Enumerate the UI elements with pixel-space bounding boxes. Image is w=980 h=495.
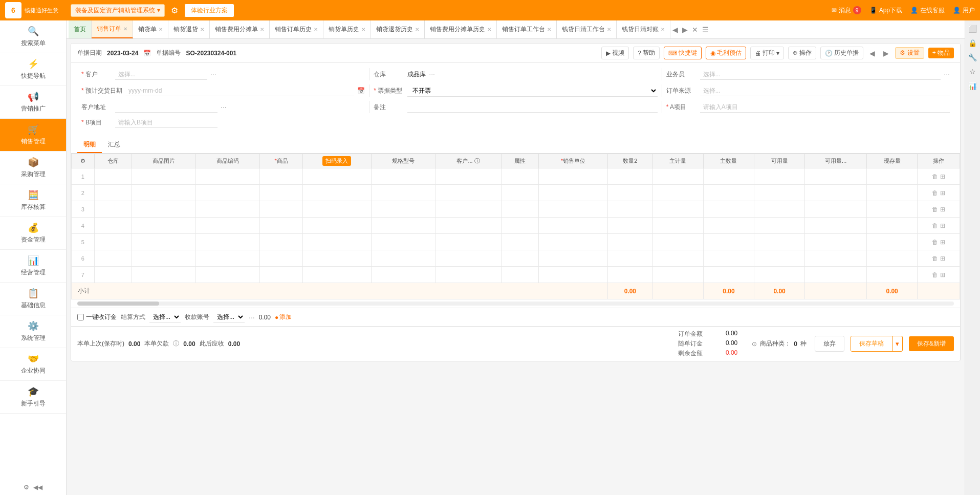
rp-icon-2[interactable]: 🔒 [967, 37, 979, 49]
table-cell[interactable] [805, 168, 867, 185]
table-cell[interactable] [867, 168, 918, 185]
scroll-hint[interactable] [77, 302, 954, 306]
tab-cash-daily-workbench[interactable]: 钱货日清工作台 ✕ [557, 20, 617, 38]
table-cell[interactable] [435, 250, 501, 267]
sidebar-item-inventory[interactable]: 🧮 库存核算 [0, 184, 66, 217]
table-cell[interactable] [754, 250, 805, 267]
tab-nav-menu[interactable]: ☰ [700, 26, 711, 34]
nav-next-btn[interactable]: ▶ [881, 49, 891, 57]
rp-icon-4[interactable]: ☆ [967, 66, 979, 78]
table-cell[interactable] [754, 267, 805, 283]
table-cell[interactable] [608, 201, 653, 218]
detail-tab-summary[interactable]: 汇总 [102, 137, 126, 153]
table-cell[interactable] [501, 250, 538, 267]
delivery-date-input[interactable] [125, 85, 354, 96]
salesperson-input[interactable] [700, 69, 941, 80]
table-cell[interactable] [260, 185, 302, 201]
table-cell[interactable] [372, 234, 435, 250]
rp-icon-5[interactable]: 📊 [967, 80, 979, 92]
online-service-btn[interactable]: 👤 在线客服 [910, 6, 945, 15]
table-cell[interactable] [754, 185, 805, 201]
calendar-icon[interactable]: 📅 [143, 50, 151, 57]
table-cell[interactable] [94, 168, 132, 185]
table-cell[interactable] [703, 168, 754, 185]
account-select[interactable]: 选择... [213, 311, 245, 323]
table-cell[interactable] [703, 234, 754, 250]
table-cell[interactable] [703, 218, 754, 234]
row-delete-icon[interactable]: 🗑 [932, 222, 938, 229]
table-cell[interactable] [435, 168, 501, 185]
tab-sales-expense-split[interactable]: 销售费用分摊单 ✕ [210, 20, 270, 38]
table-cell[interactable] [302, 201, 372, 218]
table-cell[interactable] [260, 234, 302, 250]
tab-nav-close-all[interactable]: ✕ [690, 26, 700, 34]
settings-icon-btn[interactable]: ⚙ [169, 4, 180, 17]
table-cell[interactable] [501, 218, 538, 234]
table-cell[interactable] [302, 218, 372, 234]
tab-close-sales-refund-history[interactable]: ✕ [415, 27, 419, 32]
row-delete-icon[interactable]: 🗑 [932, 271, 938, 278]
table-cell[interactable] [501, 185, 538, 201]
customer-input[interactable] [115, 69, 207, 80]
print-btn[interactable]: 🖨 打印 ▾ [750, 47, 784, 59]
table-cell[interactable] [94, 267, 132, 283]
row-copy-icon[interactable]: ⊞ [940, 189, 945, 197]
table-cell[interactable] [703, 267, 754, 283]
table-cell[interactable] [260, 267, 302, 283]
save-draft-dropdown-btn[interactable]: ▾ [892, 337, 902, 351]
account-expand-icon[interactable]: ··· [249, 313, 255, 321]
table-cell[interactable] [435, 234, 501, 250]
table-cell[interactable] [501, 267, 538, 283]
sidebar-item-system[interactable]: ⚙️ 系统管理 [0, 315, 66, 348]
add-product-btn[interactable]: + 物品 [928, 48, 954, 58]
tab-home[interactable]: 首页 [69, 20, 92, 38]
table-cell[interactable] [805, 250, 867, 267]
table-cell[interactable] [538, 168, 607, 185]
tab-sales-order-history[interactable]: 销售订单历史 ✕ [270, 20, 323, 38]
table-cell[interactable] [94, 250, 132, 267]
table-cell[interactable] [805, 185, 867, 201]
deposit-checkbox-label[interactable]: 一键收订金 [77, 313, 117, 321]
profit-btn[interactable]: ◉ 毛利预估 [706, 47, 746, 59]
table-cell[interactable] [196, 185, 260, 201]
customer-expand-icon[interactable]: ··· [210, 70, 216, 78]
sidebar-item-guide[interactable]: 🎓 新手引导 [0, 381, 66, 414]
table-cell[interactable] [608, 218, 653, 234]
table-cell[interactable] [302, 250, 372, 267]
table-cell[interactable] [608, 185, 653, 201]
sidebar-item-search[interactable]: 🔍 搜索菜单 [0, 20, 66, 53]
table-cell[interactable] [260, 218, 302, 234]
tab-close-sales-order[interactable]: ✕ [123, 26, 127, 32]
table-cell[interactable] [372, 267, 435, 283]
table-cell[interactable] [538, 185, 607, 201]
order-source-input[interactable] [700, 85, 950, 96]
table-cell[interactable] [703, 201, 754, 218]
tab-sales-refund[interactable]: 销货退货 ✕ [168, 20, 210, 38]
table-cell[interactable] [538, 218, 607, 234]
table-cell[interactable] [867, 234, 918, 250]
table-cell[interactable] [94, 201, 132, 218]
customer-address-input[interactable] [115, 102, 217, 113]
sidebar-item-quick-nav[interactable]: ⚡ 快捷导航 [0, 53, 66, 86]
row-delete-icon[interactable]: 🗑 [932, 173, 938, 180]
table-cell[interactable] [608, 234, 653, 250]
table-cell[interactable] [196, 234, 260, 250]
table-cell[interactable] [435, 218, 501, 234]
user-btn[interactable]: 👤 用户 [953, 6, 975, 15]
table-cell[interactable] [302, 267, 372, 283]
table-cell[interactable] [132, 250, 196, 267]
save-draft-btn[interactable]: 保存草稿 [851, 336, 892, 351]
tab-close-cash-daily-reconcile[interactable]: ✕ [661, 27, 665, 32]
tab-close-sales-order-workbench[interactable]: ✕ [547, 27, 551, 32]
tab-sales-order-workbench[interactable]: 销售订单工作台 ✕ [497, 20, 557, 38]
tab-close-sales-expense-split[interactable]: ✕ [260, 27, 264, 32]
table-cell[interactable] [501, 201, 538, 218]
table-cell[interactable] [94, 185, 132, 201]
deposit-checkbox[interactable] [77, 314, 84, 320]
tab-close-sales-refund[interactable]: ✕ [200, 27, 204, 32]
industry-btn[interactable]: 体验行业方案 [184, 4, 234, 17]
table-cell[interactable] [805, 267, 867, 283]
save-new-btn[interactable]: 保存&新增 [909, 336, 954, 351]
row-copy-icon[interactable]: ⊞ [940, 173, 945, 180]
table-cell[interactable] [652, 185, 703, 201]
